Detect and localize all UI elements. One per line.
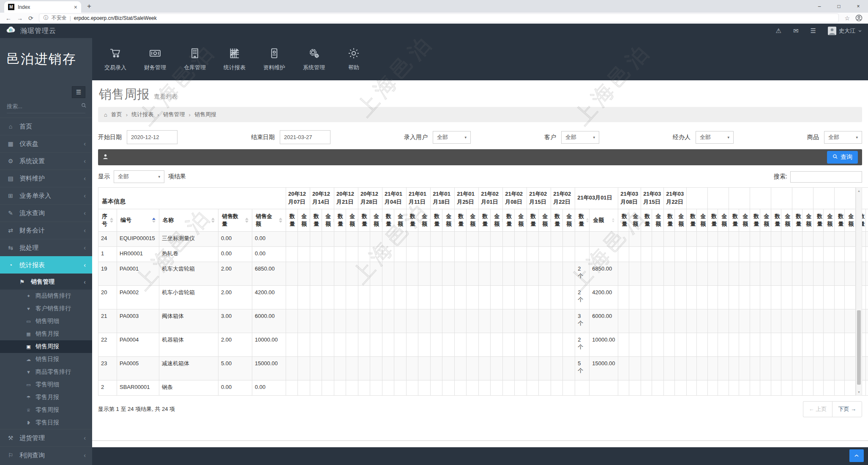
- sidebar-item-flow-query[interactable]: ✎流水查询‹: [0, 204, 92, 222]
- column-header-week-qty[interactable]: 数量: [431, 209, 442, 231]
- column-header-sales-amount[interactable]: 销售金额: [252, 209, 286, 231]
- column-header-week-amount[interactable]: 金额: [652, 209, 664, 231]
- column-header-week-amount[interactable]: 金额: [563, 209, 575, 231]
- column-header-week-amount[interactable]: 金额: [760, 209, 771, 231]
- query-button[interactable]: 查询: [827, 151, 858, 164]
- sidebar-search-input[interactable]: [7, 103, 81, 109]
- column-header-week-amount[interactable]: 金额: [467, 209, 479, 231]
- agent-select[interactable]: 全部▾: [696, 131, 734, 144]
- column-header-week-amount[interactable]: 金额: [346, 209, 358, 231]
- column-header-week-amount[interactable]: 金额: [824, 209, 835, 231]
- end-date-input[interactable]: [280, 130, 330, 144]
- nav-item-finance-management[interactable]: 财务管理: [135, 38, 175, 80]
- nav-item-warehouse-management[interactable]: 仓库管理: [175, 38, 215, 80]
- sidebar-item-retail-detail[interactable]: ▭零售明细: [0, 378, 92, 391]
- window-close-button[interactable]: ×: [849, 0, 868, 13]
- sidebar-item-sales-management[interactable]: ⚑销售管理‹: [0, 274, 92, 290]
- sidebar-collapse-button[interactable]: ☰: [72, 86, 85, 98]
- column-header-week-qty[interactable]: 数量: [618, 209, 629, 231]
- sidebar-item-product-retail-ranking[interactable]: ▼商品零售排行: [0, 366, 92, 378]
- search-icon[interactable]: [81, 102, 87, 110]
- sidebar-item-purchase-management[interactable]: ⚒进货管理‹: [0, 429, 92, 446]
- alert-icon[interactable]: ⚠: [776, 27, 781, 35]
- column-header-week-qty[interactable]: 数量: [835, 209, 845, 231]
- person-icon[interactable]: [102, 153, 109, 161]
- tab-close-icon[interactable]: ×: [74, 4, 77, 11]
- customer-select[interactable]: 全部▾: [561, 131, 599, 144]
- table-search-input[interactable]: [790, 171, 862, 183]
- product-select[interactable]: 全部▾: [824, 131, 862, 144]
- column-header-week-qty[interactable]: 数量: [286, 209, 298, 231]
- scrollbar-thumb[interactable]: [857, 310, 861, 385]
- column-header-week-qty[interactable]: 数量: [527, 209, 539, 231]
- column-header-week-amount[interactable]: 金额: [298, 209, 310, 231]
- back-icon[interactable]: ←: [5, 15, 11, 22]
- column-header-week-amount[interactable]: 金额: [322, 209, 334, 231]
- column-header-week-qty[interactable]: 数量: [792, 209, 802, 231]
- scrollbar-down-icon[interactable]: ▼: [856, 389, 862, 395]
- column-header-week-qty[interactable]: 数量: [687, 209, 697, 231]
- column-header-week-amount[interactable]: 金额: [697, 209, 708, 231]
- column-header-week-amount[interactable]: 金额: [394, 209, 407, 231]
- column-header-week-amount[interactable]: 金额: [539, 209, 551, 231]
- column-header-week-amount[interactable]: 金额: [739, 209, 750, 231]
- sidebar-item-sales-daily-report[interactable]: ☁销售日报: [0, 353, 92, 366]
- sidebar-item-statistics-reports[interactable]: ◔统计报表‹: [0, 256, 92, 274]
- scrollbar-up-icon[interactable]: ▲: [856, 188, 862, 194]
- window-minimize-button[interactable]: –: [810, 0, 829, 13]
- sidebar-item-sales-weekly-report[interactable]: ▣销售周报: [0, 340, 92, 353]
- column-header-week-amount[interactable]: 金额: [515, 209, 527, 231]
- sidebar-item-product-sales-ranking[interactable]: ✦商品销售排行: [0, 290, 92, 302]
- server-icon[interactable]: ☰: [811, 27, 816, 35]
- nav-item-system-management[interactable]: 系统管理: [294, 38, 334, 80]
- column-header-week-amount[interactable]: 金额: [590, 209, 618, 231]
- sidebar-item-data-maintenance[interactable]: ▤资料维护‹: [0, 170, 92, 187]
- start-date-input[interactable]: [127, 130, 177, 144]
- column-header-week-qty[interactable]: 数量: [750, 209, 760, 231]
- sidebar-item-system-settings[interactable]: ⚙系统设置‹: [0, 152, 92, 170]
- column-header-week-qty[interactable]: 数量: [310, 209, 322, 231]
- forward-icon[interactable]: →: [17, 15, 23, 22]
- url-field[interactable]: ⓘ 不安全 | erpdoc.epoerp.cn/Biz/Stat/SaleWe…: [39, 14, 839, 22]
- column-header-week-qty[interactable]: 数量: [664, 209, 675, 231]
- column-header-name[interactable]: 名称: [159, 209, 218, 231]
- column-header-week-qty[interactable]: 数量: [358, 209, 370, 231]
- breadcrumb-home[interactable]: 首页: [111, 111, 122, 118]
- refresh-icon[interactable]: ⟳: [28, 15, 33, 22]
- browser-profile-icon[interactable]: [855, 14, 863, 22]
- nav-item-trade-entry[interactable]: 交易录入: [96, 38, 135, 80]
- column-header-week-qty[interactable]: 数量: [503, 209, 515, 231]
- sidebar-item-sales-monthly-report[interactable]: ▦销售月报: [0, 328, 92, 340]
- bookmark-star-icon[interactable]: ☆: [844, 15, 850, 22]
- column-header-week-amount[interactable]: 金额: [370, 209, 382, 231]
- column-header-code[interactable]: 编号: [117, 209, 159, 231]
- new-tab-button[interactable]: +: [87, 2, 91, 13]
- sidebar-item-home[interactable]: ⌂首页: [0, 118, 92, 135]
- page-size-select[interactable]: 全部▾: [114, 170, 164, 183]
- sidebar-item-retail-weekly-report[interactable]: ♕零售周报: [0, 404, 92, 416]
- column-header-week-qty[interactable]: 数量: [813, 209, 824, 231]
- column-header-week-qty[interactable]: 数量: [455, 209, 467, 231]
- browser-tab[interactable]: M Index ×: [4, 1, 81, 13]
- column-header-week-amount[interactable]: 金额: [845, 209, 856, 231]
- window-maximize-button[interactable]: □: [829, 0, 849, 13]
- column-header-week-qty[interactable]: 数量: [479, 209, 491, 231]
- column-header-week-amount[interactable]: 金额: [866, 209, 868, 231]
- breadcrumb-sales-management[interactable]: 销售管理: [163, 111, 185, 118]
- sidebar-item-batch-processing[interactable]: ⇆批处理‹: [0, 239, 92, 256]
- column-header-week-amount[interactable]: 金额: [629, 209, 641, 231]
- user-menu[interactable]: 史大江: [828, 27, 862, 35]
- column-header-week-qty[interactable]: 数量: [334, 209, 346, 231]
- column-header-week-amount[interactable]: 金额: [491, 209, 503, 231]
- mail-icon[interactable]: ✉: [793, 27, 799, 35]
- column-header-sales-qty[interactable]: 销售数量: [218, 209, 252, 231]
- column-header-week-amount[interactable]: 金额: [718, 209, 729, 231]
- sidebar-item-dashboard[interactable]: ▦仪表盘‹: [0, 135, 92, 152]
- sidebar-item-profit-query[interactable]: ⚐利润查询‹: [0, 446, 92, 464]
- info-icon[interactable]: ⓘ: [44, 14, 49, 22]
- table-vertical-scrollbar[interactable]: ▲ ▼: [856, 187, 862, 396]
- sidebar-item-business-order-entry[interactable]: ⊞业务单录入‹: [0, 187, 92, 204]
- column-header-week-qty[interactable]: 数量: [708, 209, 718, 231]
- next-page-button[interactable]: 下页 →: [832, 401, 862, 417]
- column-header-week-qty[interactable]: 数量: [771, 209, 781, 231]
